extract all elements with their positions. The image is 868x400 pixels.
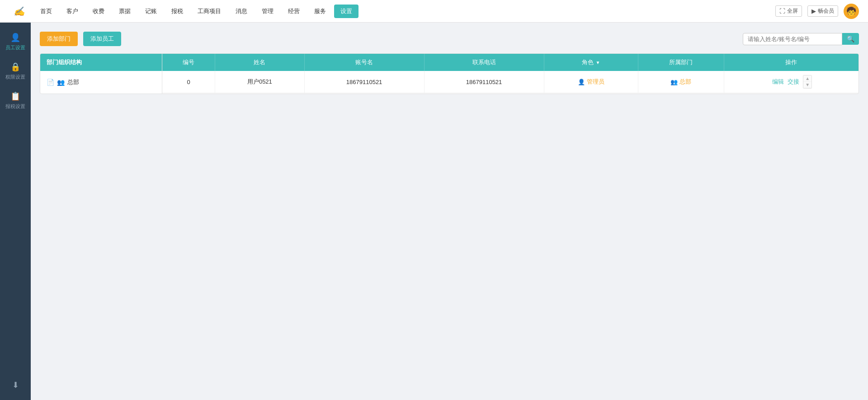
main-content: 添加部门 添加员工 🔍 部门组织结构 📄 👥 总部	[31, 23, 868, 400]
nav-tax[interactable]: 报税	[165, 5, 189, 18]
toolbar-left: 添加部门 添加员工	[40, 32, 121, 46]
scroll-down-btn[interactable]: ▼	[803, 82, 811, 88]
fullscreen-icon: ⛶	[779, 8, 785, 14]
dept-tree: 📄 👥 总部	[40, 71, 162, 94]
col-ops: 操作	[724, 54, 859, 71]
col-role[interactable]: 角色 ▼	[544, 54, 638, 71]
sidebar-item-permission[interactable]: 🔒 权限设置	[0, 56, 31, 86]
top-nav: ✍ 首页 客户 收费 票据 记账 报税 工商项目 消息 管理 经营 服务 设置 …	[0, 0, 868, 23]
sidebar-permission-label: 权限设置	[5, 74, 25, 80]
dept-node-name: 总部	[67, 78, 79, 86]
member-label: 畅会员	[818, 7, 834, 15]
cell-dept: 👥 总部	[638, 71, 724, 93]
role-value: 管理员	[587, 78, 604, 86]
col-phone: 联系电话	[424, 54, 544, 71]
tax-settings-icon: 📋	[10, 91, 20, 101]
add-dept-button[interactable]: 添加部门	[40, 32, 78, 46]
nav-operation[interactable]: 经营	[282, 5, 306, 18]
col-number: 编号	[162, 54, 215, 71]
dept-panel-header: 部门组织结构	[40, 54, 162, 71]
content-area: 部门组织结构 📄 👥 总部 编号 姓名 账号名 联系电话	[40, 53, 859, 94]
table-row: 0 用户0521 18679110521 18679110521 👤 管理员	[162, 71, 859, 93]
fullscreen-label: 全屏	[787, 7, 798, 15]
nav-invoice[interactable]: 票据	[113, 5, 137, 18]
nav-home[interactable]: 首页	[34, 5, 58, 18]
sidebar-item-employee[interactable]: 👤 员工设置	[0, 27, 31, 56]
role-user-icon: 👤	[578, 79, 585, 85]
cell-phone: 18679110521	[424, 71, 544, 93]
sidebar-item-taxsettings[interactable]: 📋 报税设置	[0, 86, 31, 115]
add-employee-button[interactable]: 添加员工	[83, 32, 121, 46]
filter-icon: ▼	[595, 60, 600, 65]
fullscreen-button[interactable]: ⛶ 全屏	[775, 5, 802, 17]
nav-business[interactable]: 工商项目	[191, 5, 227, 18]
cell-name: 用户0521	[215, 71, 304, 93]
nav-settings[interactable]: 设置	[334, 5, 359, 18]
lock-icon: 🔒	[10, 62, 20, 72]
app-logo: ✍	[5, 6, 34, 17]
table-header-row: 编号 姓名 账号名 联系电话 角色 ▼ 所属部门 操作	[162, 54, 859, 71]
dept-user-icon: 👥	[57, 79, 65, 86]
member-button[interactable]: ▶ 畅会员	[807, 5, 838, 17]
nav-accounts[interactable]: 记账	[139, 5, 163, 18]
cell-number: 0	[162, 71, 215, 93]
dept-user-icon: 👥	[670, 79, 678, 85]
search-input[interactable]	[743, 33, 842, 45]
cell-role: 👤 管理员	[544, 71, 638, 93]
table-panel: 编号 姓名 账号名 联系电话 角色 ▼ 所属部门 操作	[162, 54, 859, 94]
col-account: 账号名	[304, 54, 424, 71]
dept-panel: 部门组织结构 📄 👥 总部	[40, 54, 162, 94]
col-name: 姓名	[215, 54, 304, 71]
employee-icon: 👤	[10, 33, 20, 42]
avatar[interactable]: 🧒	[844, 4, 859, 19]
sidebar-item-download[interactable]: ⬇	[0, 375, 31, 395]
download-icon: ⬇	[12, 380, 19, 390]
dept-file-icon: 📄	[47, 79, 54, 86]
col-dept: 所属部门	[638, 54, 724, 71]
cell-ops: 编辑 交接 ▲ ▼	[724, 71, 859, 93]
scroll-up-btn[interactable]: ▲	[803, 75, 811, 82]
edit-link[interactable]: 编辑	[772, 78, 784, 86]
nav-customer[interactable]: 客户	[60, 5, 85, 18]
transfer-link[interactable]: 交接	[788, 78, 799, 86]
cell-account: 18679110521	[304, 71, 424, 93]
member-icon: ▶	[811, 8, 816, 14]
search-bar: 🔍	[743, 33, 859, 45]
toolbar: 添加部门 添加员工 🔍	[40, 32, 859, 46]
nav-message[interactable]: 消息	[229, 5, 254, 18]
search-icon: 🔍	[847, 35, 854, 42]
employee-table: 编号 姓名 账号名 联系电话 角色 ▼ 所属部门 操作	[162, 54, 859, 93]
search-button[interactable]: 🔍	[842, 33, 859, 45]
sidebar: 👤 员工设置 🔒 权限设置 📋 报税设置 ⬇	[0, 23, 31, 400]
nav-manage[interactable]: 管理	[255, 5, 280, 18]
dept-value: 总部	[679, 78, 691, 86]
dept-node-hq[interactable]: 📄 👥 总部	[40, 75, 162, 90]
col-role-label: 角色	[582, 58, 594, 66]
sidebar-taxsettings-label: 报税设置	[5, 103, 25, 110]
row-scroll-btns: ▲ ▼	[803, 75, 812, 89]
nav-billing[interactable]: 收费	[86, 5, 111, 18]
sidebar-employee-label: 员工设置	[5, 44, 25, 51]
nav-service[interactable]: 服务	[308, 5, 332, 18]
nav-right: ⛶ 全屏 ▶ 畅会员 🧒	[775, 4, 859, 19]
nav-menu: 首页 客户 收费 票据 记账 报税 工商项目 消息 管理 经营 服务 设置	[34, 5, 775, 18]
